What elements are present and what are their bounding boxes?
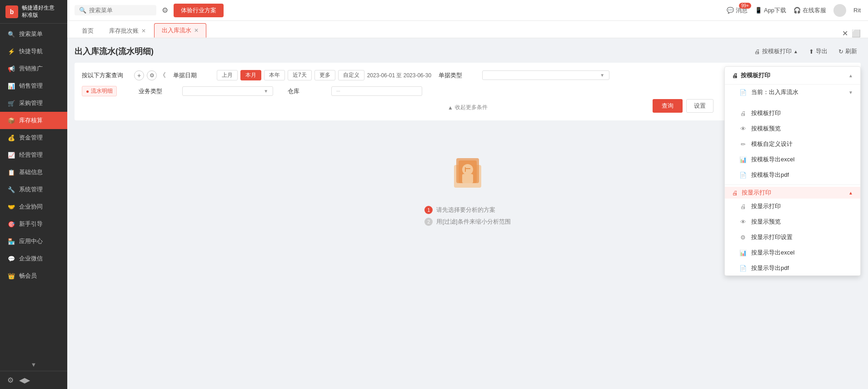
sidebar-scroll-down[interactable]: ▼ bbox=[0, 359, 67, 371]
query-button[interactable]: 查询 bbox=[653, 99, 683, 113]
topbar-gear-icon[interactable]: ⚙ bbox=[162, 6, 168, 15]
user-name[interactable]: Rit bbox=[853, 7, 861, 14]
topbar-right: 💬 消息 99+ 📱 App下载 🎧 在线客服 Rit bbox=[727, 4, 861, 17]
sidebar-item-marketing[interactable]: 📢 营销推广 bbox=[0, 60, 67, 77]
panel-display-print[interactable]: 🖨 按显示打印 bbox=[725, 199, 860, 214]
collapse-footer-icon[interactable]: ◀▶ bbox=[19, 376, 30, 384]
tab-close-batch[interactable]: ✕ bbox=[141, 28, 146, 34]
user-avatar[interactable] bbox=[833, 4, 846, 17]
message-badge: 99+ bbox=[739, 3, 751, 9]
warehouse-label: 仓库 bbox=[288, 87, 324, 95]
empty-steps: 1 请先选择要分析的方案 2 用[过滤]条件来缩小分析范围 bbox=[424, 206, 510, 226]
sidebar-item-search[interactable]: 🔍 搜索菜单 bbox=[0, 25, 67, 43]
message-button[interactable]: 💬 消息 99+ bbox=[727, 6, 748, 15]
tab-stock-flow[interactable]: 出入库流水 ✕ bbox=[154, 23, 206, 38]
sidebar-nav: 🔍 搜索菜单 ⚡ 快捷导航 📢 营销推广 📊 销售管理 🛒 采购管理 📦 bbox=[0, 24, 67, 359]
date-this-year[interactable]: 本年 bbox=[264, 70, 285, 80]
date-this-month[interactable]: 本月 bbox=[240, 70, 261, 80]
sales-icon: 📊 bbox=[7, 82, 15, 90]
template-excel-icon: 📊 bbox=[739, 156, 747, 163]
panel-close-arrow[interactable]: ▲ bbox=[848, 73, 853, 78]
warehouse-select-more: ··· bbox=[336, 89, 340, 94]
export-icon: ⬆ bbox=[809, 48, 814, 55]
topbar-actions: ⚙ bbox=[162, 6, 168, 15]
business-label: 业务类型 bbox=[139, 87, 175, 95]
type-select[interactable]: ▼ bbox=[482, 70, 609, 80]
type-select-arrow: ▼ bbox=[600, 73, 604, 78]
trial-button[interactable]: 体验行业方案 bbox=[174, 4, 224, 17]
step-num-1: 1 bbox=[424, 206, 433, 214]
online-service-button[interactable]: 🎧 在线客服 bbox=[793, 6, 826, 15]
sidebar-item-sales[interactable]: 📊 销售管理 bbox=[0, 77, 67, 95]
template-section-header bbox=[725, 100, 860, 105]
tab-home[interactable]: 首页 bbox=[75, 24, 101, 38]
empty-step-2: 2 用[过滤]条件来缩小分析范围 bbox=[424, 218, 510, 226]
search-input[interactable] bbox=[89, 7, 144, 14]
app-download-icon: 📱 bbox=[755, 7, 762, 14]
export-button[interactable]: ⬆ 导出 bbox=[805, 45, 831, 57]
member-icon: 👑 bbox=[7, 272, 15, 280]
panel-display-print-settings[interactable]: ⚙ 按显示打印设置 bbox=[725, 229, 860, 245]
settings-footer-icon[interactable]: ⚙ bbox=[7, 376, 14, 384]
app-download-button[interactable]: 📱 App下载 bbox=[755, 6, 786, 15]
main-area: 🔍 ⚙ 体验行业方案 💬 消息 99+ 📱 App下载 🎧 bbox=[67, 0, 868, 389]
sidebar-item-wechat[interactable]: 💬 企业微信 bbox=[0, 250, 67, 267]
app-title: 畅捷通好生意 标准版 bbox=[22, 5, 55, 19]
sidebar-item-purchase[interactable]: 🛒 采购管理 bbox=[0, 95, 67, 112]
tab-close-flow[interactable]: ✕ bbox=[194, 27, 199, 34]
enterprise-icon: 🤝 bbox=[7, 203, 15, 211]
type-label: 单据类型 bbox=[439, 71, 475, 80]
sidebar-item-app-center[interactable]: 🏪 应用中心 bbox=[0, 233, 67, 250]
filter-collapse-button[interactable]: 《 bbox=[160, 71, 166, 80]
sidebar-item-guide[interactable]: 🎯 新手引导 bbox=[0, 215, 67, 233]
maximize-tab-icon[interactable]: ⬜ bbox=[852, 29, 861, 38]
filter-settings-button[interactable]: ⚙ bbox=[147, 70, 157, 80]
business-select-arrow: ▼ bbox=[264, 89, 268, 94]
sidebar-item-enterprise[interactable]: 🤝 企业协同 bbox=[0, 198, 67, 215]
set-button[interactable]: 设置 bbox=[686, 99, 713, 113]
topbar: 🔍 ⚙ 体验行业方案 💬 消息 99+ 📱 App下载 🎧 bbox=[67, 0, 868, 21]
topbar-search-container[interactable]: 🔍 bbox=[75, 5, 156, 15]
sidebar-header: b 畅捷通好生意 标准版 bbox=[0, 0, 67, 24]
empty-illustration bbox=[445, 151, 490, 197]
panel-template-excel[interactable]: 📊 按模板导出excel bbox=[725, 152, 860, 167]
panel-template-preview[interactable]: 👁 按模板预览 bbox=[725, 121, 860, 136]
display-print-icon: 🖨 bbox=[739, 203, 747, 210]
print-template-button[interactable]: 🖨 按模板打印 ▲ bbox=[751, 45, 802, 57]
sidebar-item-basic[interactable]: 📋 基础信息 bbox=[0, 164, 67, 181]
panel-template-custom[interactable]: ✏ 模板自定义设计 bbox=[725, 136, 860, 152]
date-custom[interactable]: 自定义 bbox=[338, 70, 364, 80]
svg-rect-4 bbox=[462, 174, 473, 183]
warehouse-select[interactable]: ··· bbox=[331, 86, 422, 96]
sidebar-item-finance[interactable]: 💰 资金管理 bbox=[0, 129, 67, 146]
panel-current-item[interactable]: 📄 当前：出入库流水 ▼ bbox=[725, 85, 860, 100]
panel-display-excel[interactable]: 📊 按显示导出excel bbox=[725, 245, 860, 260]
tab-batch-account[interactable]: 库存批次账 ✕ bbox=[102, 24, 153, 38]
page-toolbar: 🖨 按模板打印 ▲ ⬆ 导出 ↻ 刷新 bbox=[751, 45, 861, 57]
date-7-days[interactable]: 近7天 bbox=[288, 70, 312, 80]
current-arrow: ▼ bbox=[848, 90, 853, 95]
tag-icon: ● bbox=[86, 88, 89, 95]
sidebar-item-quick-nav[interactable]: ⚡ 快捷导航 bbox=[0, 43, 67, 60]
sidebar-item-member[interactable]: 👑 畅会员 bbox=[0, 267, 67, 284]
filter-tag-detail[interactable]: ● 流水明细 bbox=[82, 86, 117, 96]
search-nav-icon: 🔍 bbox=[7, 30, 15, 38]
sidebar-item-inventory[interactable]: 📦 库存核算 bbox=[0, 112, 67, 129]
panel-display-pdf[interactable]: 📄 按显示导出pdf bbox=[725, 260, 860, 275]
close-tab-icon[interactable]: ✕ bbox=[842, 29, 848, 38]
filter-buttons: 查询 设置 bbox=[653, 99, 713, 113]
refresh-button[interactable]: ↻ 刷新 bbox=[835, 45, 861, 57]
sidebar-item-operations[interactable]: 📈 经营管理 bbox=[0, 146, 67, 164]
operations-icon: 📈 bbox=[7, 151, 15, 159]
panel-display-preview[interactable]: 👁 按显示预览 bbox=[725, 214, 860, 229]
date-shortcuts: 上月 本月 本年 近7天 更多 自定义 2023-06-01 至 2023-06… bbox=[217, 70, 431, 80]
panel-template-print[interactable]: 🖨 按模板打印 bbox=[725, 105, 860, 121]
panel-template-pdf[interactable]: 📄 按模板导出pdf bbox=[725, 167, 860, 183]
quick-nav-icon: ⚡ bbox=[7, 47, 15, 55]
date-more[interactable]: 更多 bbox=[314, 70, 335, 80]
sidebar-item-system[interactable]: 🔧 系统管理 bbox=[0, 181, 67, 198]
date-last-month[interactable]: 上月 bbox=[217, 70, 238, 80]
business-select[interactable]: ▼ bbox=[182, 86, 273, 96]
filter-add-button[interactable]: + bbox=[134, 70, 144, 80]
display-section-header[interactable]: 🖨 按显示打印 ▲ bbox=[725, 187, 860, 199]
